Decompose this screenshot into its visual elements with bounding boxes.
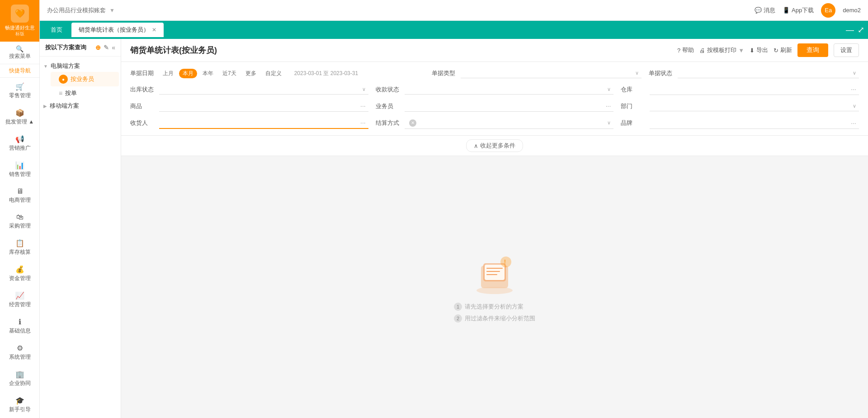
tab-sales-report[interactable]: 销货单统计表（按业务员） ✕ bbox=[71, 23, 164, 37]
salesperson-input[interactable]: ··· bbox=[405, 100, 614, 112]
brand-input[interactable]: ··· bbox=[650, 118, 859, 129]
print-button[interactable]: 🖨 按模板打印 ▼ bbox=[699, 46, 744, 54]
sidebar-item-marketing[interactable]: 📢 营销推广 bbox=[0, 130, 39, 157]
basic-icon: ℹ bbox=[19, 318, 21, 326]
app-download-button[interactable]: 📱 App下载 bbox=[783, 6, 814, 14]
scheme-panel-actions: ⊕ ✎ « bbox=[95, 44, 115, 51]
query-button[interactable]: 查询 bbox=[797, 43, 828, 57]
sidebar-search-label: 搜索菜单 bbox=[2, 52, 37, 60]
sidebar-newbie-label: 新手引导 bbox=[9, 406, 31, 413]
filter-row-1: 单据日期 上月 本月 本年 近7天 更多 自定义 2023-03-01 至 20… bbox=[130, 68, 859, 78]
collect-status-input[interactable]: ∨ bbox=[405, 85, 614, 95]
sidebar-item-wholesale[interactable]: 📦 批发管理 ▲ bbox=[0, 104, 39, 130]
collapse-up-icon: ∧ bbox=[474, 142, 478, 149]
refresh-icon: ↻ bbox=[774, 47, 778, 54]
sidebar-retail-label: 零售管理 bbox=[9, 92, 31, 100]
date-pill-last-month[interactable]: 上月 bbox=[159, 69, 177, 78]
filter-date: 单据日期 上月 本月 本年 近7天 更多 自定义 2023-03-01 至 20… bbox=[130, 69, 425, 78]
filter-row-2: 出库状态 ∨ 收款状态 ∨ 仓库 bbox=[130, 84, 859, 95]
sidebar-item-operations[interactable]: 📈 经营管理 bbox=[0, 287, 39, 313]
svg-rect-3 bbox=[485, 265, 505, 280]
sidebar-quicknav[interactable]: 快捷导航 bbox=[0, 64, 39, 78]
message-button[interactable]: 💬 消息 bbox=[755, 6, 775, 14]
help-button[interactable]: ? 帮助 bbox=[677, 46, 694, 54]
receiver-input[interactable]: ··· bbox=[159, 117, 368, 129]
collapse-label: 收起更多条件 bbox=[480, 142, 515, 150]
sidebar-item-newbie[interactable]: 🎓 新手引导 bbox=[0, 392, 39, 418]
salesperson-scheme-icon: ● bbox=[59, 75, 68, 84]
settle-tag-close[interactable]: ✕ bbox=[409, 119, 416, 127]
page-title: 销货单统计表(按业务员) bbox=[130, 45, 217, 56]
user-avatar[interactable]: Ea bbox=[821, 3, 835, 18]
username[interactable]: demo2 bbox=[843, 7, 861, 14]
sidebar-item-purchase[interactable]: 🛍 采购管理 bbox=[0, 209, 39, 234]
date-pill-more[interactable]: 更多 bbox=[242, 69, 260, 78]
sidebar-item-system[interactable]: ⚙ 系统管理 bbox=[0, 339, 39, 366]
message-icon: 💬 bbox=[755, 7, 762, 14]
filter-order-type: 单据类型 ∨ bbox=[432, 68, 642, 78]
sidebar-item-enterprise[interactable]: 🏢 企业协同 bbox=[0, 366, 39, 392]
sidebar-purchase-label: 采购管理 bbox=[9, 222, 31, 230]
date-pill-7days[interactable]: 近7天 bbox=[219, 69, 240, 78]
settle-input[interactable]: ✕ ∨ bbox=[405, 118, 614, 129]
scheme-group-mobile-label: 移动端方案 bbox=[50, 102, 79, 110]
sidebar-item-ecommerce[interactable]: 🖥 电商管理 bbox=[0, 183, 39, 209]
tab-minimize-icon[interactable]: — bbox=[846, 25, 854, 35]
refresh-button[interactable]: ↻ 刷新 bbox=[774, 46, 792, 54]
scheme-group-mobile[interactable]: ▶ 移动端方案 bbox=[40, 100, 121, 112]
tab-close-icon[interactable]: ✕ bbox=[152, 27, 156, 33]
brand-dots-icon: ··· bbox=[851, 119, 856, 127]
setting-button[interactable]: 设置 bbox=[834, 43, 859, 57]
avatar-text: Ea bbox=[825, 7, 832, 14]
dept-input[interactable]: ∨ bbox=[650, 101, 859, 111]
order-status-input[interactable]: ∨ bbox=[678, 68, 859, 78]
tab-expand-icon[interactable]: ⤢ bbox=[858, 25, 864, 35]
scheme-add-icon[interactable]: ⊕ bbox=[95, 44, 101, 51]
dropdown-arrow[interactable]: ▼ bbox=[109, 7, 115, 14]
goods-input[interactable]: ··· bbox=[159, 100, 368, 112]
message-label: 消息 bbox=[764, 6, 775, 14]
export-button[interactable]: ⬇ 导出 bbox=[750, 46, 768, 54]
out-status-input[interactable]: ∨ bbox=[159, 85, 368, 95]
group-arrow-icon: ▼ bbox=[43, 64, 48, 69]
sidebar-quicknav-label: 快捷导航 bbox=[0, 67, 39, 75]
sidebar-search[interactable]: 🔍 搜索菜单 bbox=[0, 42, 39, 64]
page-actions: ? 帮助 🖨 按模板打印 ▼ ⬇ 导出 ↻ 刷新 bbox=[677, 43, 859, 57]
empty-tip-2: 2 用过滤条件来缩小分析范围 bbox=[454, 314, 535, 323]
print-label: 按模板打印 bbox=[707, 46, 736, 54]
tab-home[interactable]: 首页 bbox=[43, 23, 70, 37]
empty-tip-1-text: 请先选择要分析的方案 bbox=[465, 303, 524, 311]
sidebar-item-basic[interactable]: ℹ 基础信息 bbox=[0, 313, 39, 339]
sidebar-item-finance[interactable]: 💰 资金管理 bbox=[0, 261, 39, 287]
date-pill-custom[interactable]: 自定义 bbox=[262, 69, 285, 78]
scheme-tree: ▼ 电脑端方案 ● 按业务员 ≡ 按单 ▶ 移动端方案 bbox=[40, 57, 121, 115]
order-status-label: 单据状态 bbox=[649, 69, 674, 77]
empty-state: ! 1 请先选择要分析的方案 2 用过滤条件来缩小分析范围 bbox=[121, 156, 868, 418]
filter-warehouse: 仓库 ··· bbox=[621, 84, 859, 95]
app-label: App下载 bbox=[792, 6, 814, 14]
workspace-label[interactable]: 办公用品行业模拟账套 bbox=[47, 6, 106, 14]
tab-bar-actions: — ⤢ bbox=[846, 25, 864, 35]
scheme-by-salesperson[interactable]: ● 按业务员 bbox=[51, 72, 119, 86]
sales-tab-label: 销货单统计表（按业务员） bbox=[79, 26, 149, 34]
order-type-input[interactable]: ∨ bbox=[461, 68, 642, 78]
scheme-by-order[interactable]: ≡ 按单 bbox=[51, 86, 119, 100]
salesperson-scheme-label: 按业务员 bbox=[71, 75, 94, 83]
newbie-icon: 🎓 bbox=[15, 396, 24, 405]
scheme-collapse-icon[interactable]: « bbox=[112, 44, 115, 51]
warehouse-input[interactable]: ··· bbox=[650, 84, 859, 95]
date-pill-this-month[interactable]: 本月 bbox=[179, 69, 197, 78]
help-label: 帮助 bbox=[682, 46, 694, 54]
logo[interactable]: 🧡 畅捷通好生意 标版 bbox=[0, 0, 39, 42]
svg-point-7 bbox=[500, 256, 511, 267]
date-range-display: 2023-03-01 至 2023-03-31 bbox=[294, 70, 358, 77]
sidebar-item-retail[interactable]: 🛒 零售管理 bbox=[0, 78, 39, 104]
header-left: 办公用品行业模拟账套 ▼ bbox=[47, 6, 115, 14]
collapse-button[interactable]: ∧ 收起更多条件 bbox=[466, 139, 523, 152]
filter-salesperson: 业务员 ··· bbox=[376, 100, 614, 112]
scheme-edit-icon[interactable]: ✎ bbox=[104, 44, 109, 51]
scheme-group-pc[interactable]: ▼ 电脑端方案 bbox=[40, 60, 121, 72]
date-pill-this-year[interactable]: 本年 bbox=[199, 69, 217, 78]
sidebar-item-inventory[interactable]: 📋 库存核算 bbox=[0, 234, 39, 261]
sidebar-item-sales[interactable]: 📊 销售管理 bbox=[0, 157, 39, 183]
